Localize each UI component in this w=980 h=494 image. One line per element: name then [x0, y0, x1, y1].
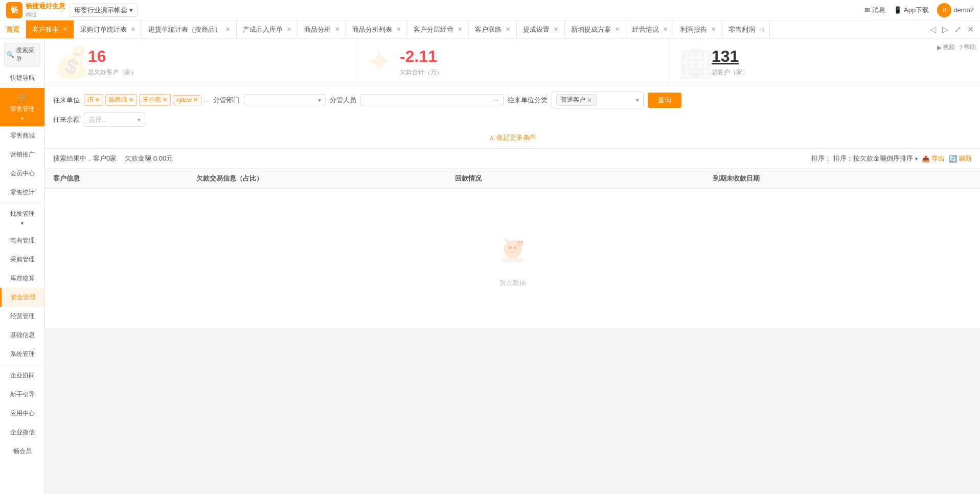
tag-close-cjttcw[interactable]: ✕	[193, 97, 198, 103]
sidebar-quick-nav[interactable]: 快捷导航	[0, 71, 44, 85]
balance-filter-label: 往来余额	[53, 115, 80, 124]
category-tag-normal: 普通客户 ✕	[556, 94, 597, 106]
close-icon[interactable]: ✕	[335, 26, 339, 33]
tab-home[interactable]: 首页	[0, 20, 26, 38]
tab-product-analysis-list[interactable]: 商品分析列表 ✕	[346, 20, 407, 38]
logo-area: 畅 畅捷通好生意 标版	[6, 2, 65, 18]
close-icon[interactable]: ✕	[131, 26, 135, 33]
content-area: 💰 16 总欠款客户（家） ✦ -2.11 欠款合计（万） 🏢 131	[45, 39, 980, 494]
filter-area: 往来单位 伍 ✕ 陈民强 ✕ 王小亮 ✕ cjttcw	[45, 85, 980, 149]
filter-more-button[interactable]: ...	[203, 96, 209, 104]
svg-point-0	[500, 258, 525, 263]
sidebar-item-retail-stats[interactable]: 零售统计	[0, 183, 44, 202]
sidebar-item-inventory[interactable]: 库存核算	[0, 269, 44, 288]
tab-purchase-order[interactable]: 采购订单统计表 ✕	[74, 20, 142, 38]
sidebar-item-new-guide[interactable]: 新手引导	[0, 385, 44, 404]
sidebar-item-retail-mall[interactable]: 零售商城	[0, 126, 44, 145]
sidebar-item-basic-info[interactable]: 基础信息	[0, 326, 44, 345]
filter-row-1: 往来单位 伍 ✕ 陈民强 ✕ 王小亮 ✕ cjttcw	[53, 92, 972, 108]
store-selector[interactable]: 母婴行业演示帐套 ▾	[70, 4, 138, 17]
balance-filter-select[interactable]: 选择... ▾	[84, 113, 145, 127]
sidebar-item-operation[interactable]: 经营管理	[0, 307, 44, 326]
sidebar-item-enterprise-wechat[interactable]: 企业微信	[0, 423, 44, 442]
close-icon[interactable]: ✕	[711, 26, 716, 33]
close-icon[interactable]: ✕	[506, 26, 510, 33]
tab-commission-setting[interactable]: 提成设置 ✕	[517, 20, 565, 38]
search-result-text: 搜索结果中，客户0家	[53, 154, 117, 163]
stat-label-customers: 总欠款客户（家）	[88, 68, 137, 77]
tab-new-commission[interactable]: 新增提成方案 ✕	[565, 20, 626, 38]
filter-tag-wang: 王小亮 ✕	[139, 94, 171, 106]
stat-bg-icon-1: 💰	[53, 44, 92, 80]
sidebar-item-app-center[interactable]: 应用中心	[0, 404, 44, 423]
close-icon[interactable]: ✕	[396, 26, 401, 33]
stats-bar: 💰 16 总欠款客户（家） ✦ -2.11 欠款合计（万） 🏢 131	[45, 39, 980, 85]
person-filter-input[interactable]: ···	[360, 94, 504, 106]
stat-text-2: -2.11 欠款合计（万）	[400, 47, 443, 77]
sidebar-item-retail[interactable]: 🛒 零售管理 ▾	[0, 88, 44, 126]
table-header: 客户信息 欠款交易信息（占比） 回款情况 到期未收款日期	[45, 169, 980, 189]
app-download-button[interactable]: 📱 App下载	[894, 6, 929, 15]
dept-filter-label: 分管部门	[213, 96, 240, 105]
category-tag-close[interactable]: ✕	[587, 97, 592, 104]
close-icon[interactable]: ✕	[615, 26, 620, 33]
help-button[interactable]: ? 帮助	[959, 43, 976, 52]
sidebar-item-finance[interactable]: 资金管理	[0, 288, 44, 307]
logo-text: 畅捷通好生意 标版	[26, 2, 65, 18]
sort-select[interactable]: 排序： 排序：按欠款金额倒序排序 ▾	[811, 154, 918, 163]
video-help-button[interactable]: ▶ 视频	[937, 43, 955, 52]
svg-point-7	[520, 241, 523, 243]
main-layout: 🔍 搜索菜单 快捷导航 🛒 零售管理 ▾ 零售商城 营销推广 会员中心 零售统计…	[0, 39, 980, 494]
sidebar-item-ecommerce[interactable]: 电商管理	[0, 231, 44, 250]
sidebar-item-member-center[interactable]: 会员中心	[0, 164, 44, 183]
tab-restore[interactable]: ✕	[965, 24, 976, 35]
tag-close-chen[interactable]: ✕	[129, 97, 133, 103]
tab-product-analysis[interactable]: 商品分析 ✕	[298, 20, 346, 38]
sidebar-item-system[interactable]: 系统管理	[0, 345, 44, 364]
export-button[interactable]: 📤 导出	[922, 154, 945, 163]
sidebar-item-purchase[interactable]: 采购管理	[0, 250, 44, 269]
close-icon[interactable]: ✕	[554, 26, 558, 33]
close-icon[interactable]: ✕	[458, 26, 462, 33]
tab-production-inbound[interactable]: 产成品入库单 ✕	[237, 20, 298, 38]
tag-close-wu[interactable]: ✕	[95, 97, 100, 103]
tag-close-wang[interactable]: ✕	[163, 97, 167, 103]
tab-profit-report[interactable]: 利润报告 ✕	[674, 20, 722, 38]
tab-customer-ledger[interactable]: 客户账本 ✕	[26, 20, 74, 38]
filter-tag-chen: 陈民强 ✕	[105, 94, 137, 106]
collapse-button[interactable]: ∧ 收起更多条件	[53, 131, 972, 142]
unit-filter-tags: 伍 ✕ 陈民强 ✕ 王小亮 ✕ cjttcw ✕ ...	[84, 94, 209, 106]
top-bar-right: ✉ 消息 📱 App下载 d demo2	[864, 3, 974, 17]
stat-value-customers: 16	[88, 47, 137, 66]
category-tags: 普通客户 ✕	[556, 94, 597, 106]
sidebar-item-marketing[interactable]: 营销推广	[0, 145, 44, 164]
tab-retail-profit[interactable]: 零售利润 ◁	[722, 20, 770, 38]
query-button[interactable]: 查询	[648, 93, 681, 108]
tab-maximize[interactable]: ⤢	[952, 24, 963, 35]
filter-tag-wu: 伍 ✕	[84, 94, 103, 106]
tab-scroll-left[interactable]: ◁	[928, 24, 938, 35]
user-profile[interactable]: d demo2	[937, 3, 974, 17]
dept-filter-select[interactable]: ▾	[244, 94, 326, 106]
sidebar-item-wholesale[interactable]: 批发管理 ▾	[0, 205, 44, 231]
sidebar-item-enterprise-collab[interactable]: 企业协同	[0, 366, 44, 385]
message-button[interactable]: ✉ 消息	[864, 6, 885, 15]
sidebar-item-member[interactable]: 畅会员	[0, 442, 44, 461]
tab-scroll-right[interactable]: ▷	[940, 24, 950, 35]
close-icon[interactable]: ◁	[759, 26, 763, 33]
stat-item-total-customers: 🏢 131 总客户（家） ▶ 视频 ? 帮助	[669, 39, 980, 85]
tab-customer-tier[interactable]: 客户分层经营 ✕	[407, 20, 469, 38]
refresh-button[interactable]: 🔄 刷新	[949, 154, 972, 163]
tab-inbound-stats[interactable]: 进货单统计表（按商品） ✕	[142, 20, 237, 38]
col-header-overdue: 到期未收款日期	[713, 174, 972, 183]
close-icon[interactable]: ✕	[63, 26, 67, 33]
close-icon[interactable]: ✕	[287, 26, 291, 33]
logo-icon: 畅	[6, 2, 22, 18]
tab-customer-contact[interactable]: 客户联络 ✕	[469, 20, 517, 38]
category-filter-select[interactable]: 普通客户 ✕ ▾	[552, 92, 644, 108]
toolbar-left: 搜索结果中，客户0家 欠款金额 0.00元	[53, 154, 173, 163]
close-icon[interactable]: ✕	[663, 26, 668, 33]
sidebar-search-button[interactable]: 🔍 搜索菜单	[4, 43, 40, 66]
tab-operation[interactable]: 经营情况 ✕	[626, 20, 674, 38]
close-icon[interactable]: ✕	[225, 26, 230, 33]
